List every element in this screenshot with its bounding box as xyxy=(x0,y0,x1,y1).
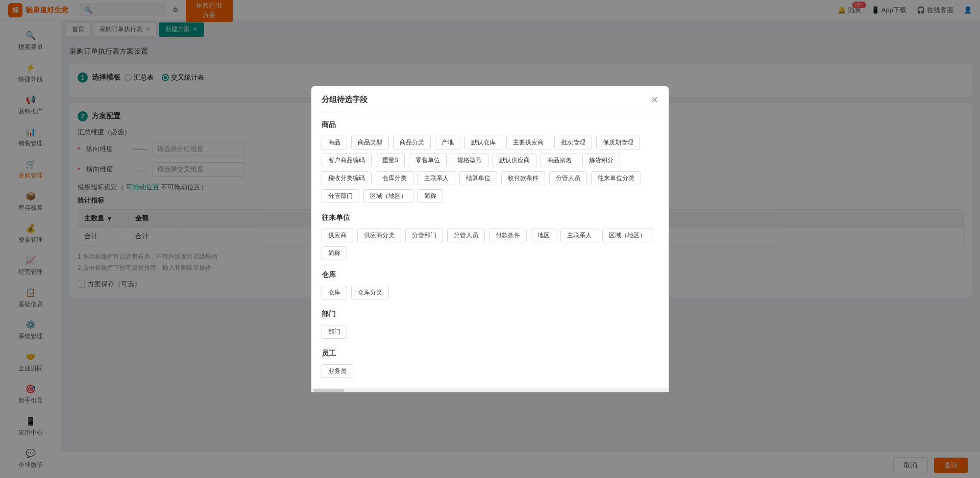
field-tag[interactable]: 部门 xyxy=(322,325,347,339)
field-tag[interactable]: 主要供应商 xyxy=(506,136,550,149)
section-title-partner: 往来单位 xyxy=(322,213,658,222)
field-tag[interactable]: 简称 xyxy=(322,246,347,260)
section-title-employee: 员工 xyxy=(322,349,658,358)
field-tag[interactable]: 区域（地区） xyxy=(602,229,652,242)
field-tag[interactable]: 结算单位 xyxy=(459,171,497,185)
hscroll-thumb xyxy=(313,389,344,392)
field-tag[interactable]: 保质期管理 xyxy=(596,136,640,149)
section-title-warehouse: 仓库 xyxy=(322,270,658,280)
product-fields-row: 商品 商品类型 商品分类 产地 默认仓库 主要供应商 批次管理 保质期管理 客户… xyxy=(322,136,658,203)
field-tag[interactable]: 商品分类 xyxy=(393,136,431,149)
warehouse-fields-row: 仓库 仓库分类 xyxy=(322,286,658,299)
field-section-employee: 员工 业务员 xyxy=(322,349,658,378)
field-tag[interactable]: 炼货积分 xyxy=(582,154,620,167)
field-tag[interactable]: 客户商品编码 xyxy=(322,154,372,167)
field-tag[interactable]: 供应商分类 xyxy=(357,229,401,242)
modal-title: 分组待选字段 xyxy=(322,95,368,105)
field-tag[interactable]: 收付款条件 xyxy=(501,171,545,185)
section-title-dept: 部门 xyxy=(322,310,658,319)
field-tag[interactable]: 产地 xyxy=(435,136,460,149)
field-tag[interactable]: 默认仓库 xyxy=(464,136,502,149)
field-tag[interactable]: 地区 xyxy=(531,229,556,242)
dept-fields-row: 部门 xyxy=(322,325,658,339)
field-tag[interactable]: 税收分类编码 xyxy=(322,171,372,185)
field-tag[interactable]: 商品 xyxy=(322,136,347,149)
modal-body: 商品 商品 商品类型 商品分类 产地 默认仓库 主要供应商 批次管理 保质期管理… xyxy=(311,112,669,388)
field-tag[interactable]: 批次管理 xyxy=(554,136,592,149)
modal-horizontal-scrollbar[interactable] xyxy=(311,388,669,392)
field-tag[interactable]: 仓库分类 xyxy=(351,286,389,299)
field-tag[interactable]: 主联系人 xyxy=(418,171,455,185)
modal-header: 分组待选字段 ✕ xyxy=(311,86,669,112)
modal-close-button[interactable]: ✕ xyxy=(651,94,658,106)
field-tag[interactable]: 往来单位分类 xyxy=(591,171,641,185)
field-tag[interactable]: 商品类型 xyxy=(351,136,389,149)
section-title-product: 商品 xyxy=(322,120,658,130)
field-tag[interactable]: 分管部门 xyxy=(322,189,359,203)
field-tag[interactable]: 仓库 xyxy=(322,286,347,299)
field-tag[interactable]: 分管人员 xyxy=(447,229,485,242)
modal-overlay: 分组待选字段 ✕ 商品 商品 商品类型 商品分类 产地 默认仓库 主要供应商 批… xyxy=(0,0,980,478)
field-tag[interactable]: 简称 xyxy=(418,189,443,203)
field-tag[interactable]: 商品别名 xyxy=(541,154,578,167)
field-section-warehouse: 仓库 仓库 仓库分类 xyxy=(322,270,658,299)
field-tag[interactable]: 供应商 xyxy=(322,229,353,242)
employee-fields-row: 业务员 xyxy=(322,364,658,378)
field-tag[interactable]: 主联系人 xyxy=(560,229,598,242)
field-tag[interactable]: 规格型号 xyxy=(451,154,488,167)
field-tag[interactable]: 区域（地区） xyxy=(363,189,413,203)
field-tag[interactable]: 零售单位 xyxy=(409,154,447,167)
partner-fields-row: 供应商 供应商分类 分管部门 分管人员 付款条件 地区 主联系人 区域（地区） … xyxy=(322,229,658,260)
field-tag[interactable]: 业务员 xyxy=(322,364,353,378)
modal-box: 分组待选字段 ✕ 商品 商品 商品类型 商品分类 产地 默认仓库 主要供应商 批… xyxy=(311,86,669,392)
field-section-dept: 部门 部门 xyxy=(322,310,658,339)
field-tag[interactable]: 默认供应商 xyxy=(493,154,536,167)
field-tag[interactable]: 分管人员 xyxy=(549,171,587,185)
field-tag[interactable]: 仓库分类 xyxy=(376,171,413,185)
field-section-product: 商品 商品 商品类型 商品分类 产地 默认仓库 主要供应商 批次管理 保质期管理… xyxy=(322,120,658,203)
field-tag[interactable]: 付款条件 xyxy=(489,229,527,242)
field-tag[interactable]: 分管部门 xyxy=(405,229,443,242)
field-section-partner: 往来单位 供应商 供应商分类 分管部门 分管人员 付款条件 地区 主联系人 区域… xyxy=(322,213,658,260)
field-tag[interactable]: 重量3 xyxy=(376,154,405,167)
